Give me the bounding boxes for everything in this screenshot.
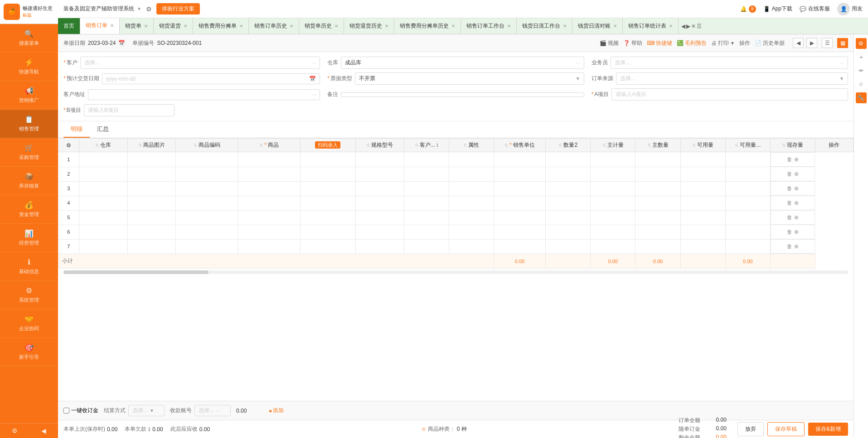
tab-home[interactable]: 首页	[58, 18, 80, 34]
user-menu[interactable]: 👤 用友	[837, 3, 863, 15]
order-source-select[interactable]: 选择... ▼	[616, 72, 848, 85]
a-project-input[interactable]: 请输入A项目	[611, 88, 848, 101]
cell[interactable]	[238, 210, 300, 225]
tool-right-icon[interactable]: 🔧	[856, 92, 867, 103]
tab-history[interactable]: 销售订单历史 ✕	[249, 18, 299, 34]
cell[interactable]	[494, 210, 545, 225]
tab-detail[interactable]: 明细	[63, 121, 90, 138]
notice-item[interactable]: 🔔 9	[740, 5, 756, 13]
operation-action[interactable]: 操作	[739, 39, 750, 47]
copy-icon[interactable]: ⊕	[794, 214, 799, 221]
cell[interactable]	[546, 210, 591, 225]
cell[interactable]	[79, 152, 127, 167]
scan-button[interactable]: 扫码录入	[315, 141, 340, 149]
cell[interactable]	[79, 181, 127, 196]
profit-action[interactable]: 💹 毛利预告	[677, 39, 707, 47]
bank-account-select[interactable]: 选择... ···	[194, 405, 231, 416]
sidebar-item-marketing[interactable]: 📢 营销推广	[0, 81, 58, 110]
cell[interactable]	[238, 225, 300, 239]
cell[interactable]	[238, 196, 300, 210]
tab-workbench[interactable]: 销售订单工作台 ✕	[461, 18, 517, 34]
cell[interactable]	[449, 181, 494, 196]
cell[interactable]	[546, 167, 591, 181]
solution-button[interactable]: 体验行业方案	[156, 3, 200, 14]
tab-sales-slip[interactable]: 销货单 ✕	[120, 18, 154, 34]
cell[interactable]	[79, 167, 127, 181]
cell[interactable]	[355, 167, 404, 181]
tab-close-icon[interactable]: ✕	[385, 24, 388, 29]
settings-icon[interactable]: ⚙	[146, 5, 152, 13]
cell[interactable]	[449, 225, 494, 239]
cell[interactable]	[176, 210, 238, 225]
delete-icon[interactable]: 🗑	[787, 185, 792, 192]
tab-cash-workbench[interactable]: 钱货日清工作台 ✕	[517, 18, 572, 34]
tab-close-icon[interactable]: ✕	[144, 24, 148, 29]
expand-icon[interactable]: ☰	[697, 23, 702, 29]
cell[interactable]	[127, 225, 176, 239]
sidebar-item-business[interactable]: 📊 经营管理	[0, 224, 58, 252]
tab-stats[interactable]: 销售订单统计表 ✕	[623, 18, 679, 34]
sidebar-item-system[interactable]: ⚙ 系统管理	[0, 281, 58, 309]
edit-right-icon[interactable]: ✏	[856, 65, 867, 76]
help-action[interactable]: ❓ 帮助	[623, 39, 642, 47]
th-settings[interactable]: ⚙	[58, 139, 79, 152]
cell[interactable]	[238, 239, 300, 254]
cell[interactable]	[449, 167, 494, 181]
cell[interactable]	[494, 239, 545, 254]
save-draft-button[interactable]: 保存草稿	[767, 422, 805, 436]
next-record-btn[interactable]: ▶	[806, 38, 817, 48]
list-view-btn[interactable]: ☰	[822, 38, 833, 48]
cell[interactable]	[127, 167, 176, 181]
horizontal-scrollbar[interactable]	[63, 270, 848, 274]
cell[interactable]	[238, 167, 300, 181]
form-view-btn[interactable]: ▦	[837, 38, 848, 48]
cell[interactable]	[127, 210, 176, 225]
cell[interactable]	[591, 167, 635, 181]
cell[interactable]	[591, 210, 635, 225]
cell[interactable]	[494, 225, 545, 239]
sidebar-item-nav[interactable]: ⚡ 快捷导航	[0, 53, 58, 81]
remarks-input[interactable]	[341, 92, 584, 97]
cell[interactable]	[546, 225, 591, 239]
discard-button[interactable]: 放弃	[737, 422, 764, 436]
address-input[interactable]	[88, 89, 320, 100]
cell[interactable]	[494, 196, 545, 210]
cell[interactable]	[494, 167, 545, 181]
cell[interactable]	[449, 210, 494, 225]
tab-return-history[interactable]: 销货退货历史 ✕	[344, 18, 394, 34]
delete-icon[interactable]: 🗑	[787, 156, 792, 163]
cell[interactable]	[79, 225, 127, 239]
star-right-icon[interactable]: ☆	[856, 79, 867, 90]
print-action[interactable]: 🖨 打印 ▼	[711, 39, 735, 47]
view-action[interactable]: 🎬 视频	[600, 39, 619, 47]
tab-close-icon[interactable]: ✕	[335, 24, 338, 29]
sidebar-item-search[interactable]: 🔍 搜索菜单	[0, 24, 58, 53]
cell[interactable]	[355, 210, 404, 225]
cell[interactable]	[79, 196, 127, 210]
checkbox-input[interactable]	[63, 408, 69, 414]
cell[interactable]	[176, 196, 238, 210]
sidebar-item-finance[interactable]: 💰 资金管理	[0, 195, 58, 224]
scrollbar-thumb[interactable]	[63, 270, 209, 274]
cell[interactable]	[494, 152, 545, 167]
copy-icon[interactable]: ⊕	[794, 229, 799, 235]
tab-sales-fee[interactable]: 销售费用分摊单 ✕	[193, 18, 249, 34]
cell[interactable]	[176, 152, 238, 167]
tab-close-icon[interactable]: ✕	[669, 24, 673, 29]
payment-method-select[interactable]: 选择... ▼	[128, 405, 165, 416]
tab-cash-reconcile[interactable]: 钱货日清对账 ✕	[572, 18, 623, 34]
delete-icon[interactable]: 🗑	[787, 214, 792, 221]
tab-sales-return[interactable]: 销货退货 ✕	[154, 18, 193, 34]
cell[interactable]	[449, 152, 494, 167]
cell[interactable]	[449, 239, 494, 254]
app-download[interactable]: 📱 App下载	[763, 5, 792, 13]
sidebar-item-purchase[interactable]: 🛒 采购管理	[0, 138, 58, 167]
cell[interactable]	[449, 196, 494, 210]
cell[interactable]	[355, 196, 404, 210]
tab-slip-history[interactable]: 销货单历史 ✕	[299, 18, 344, 34]
cell[interactable]	[79, 210, 127, 225]
system-selector[interactable]: 装备及固定资产辅助管理系统 ▼	[63, 5, 141, 13]
cell[interactable]	[355, 239, 404, 254]
prev-icon[interactable]: ◀	[681, 23, 685, 29]
collapse-icon[interactable]: ◀	[41, 427, 46, 434]
